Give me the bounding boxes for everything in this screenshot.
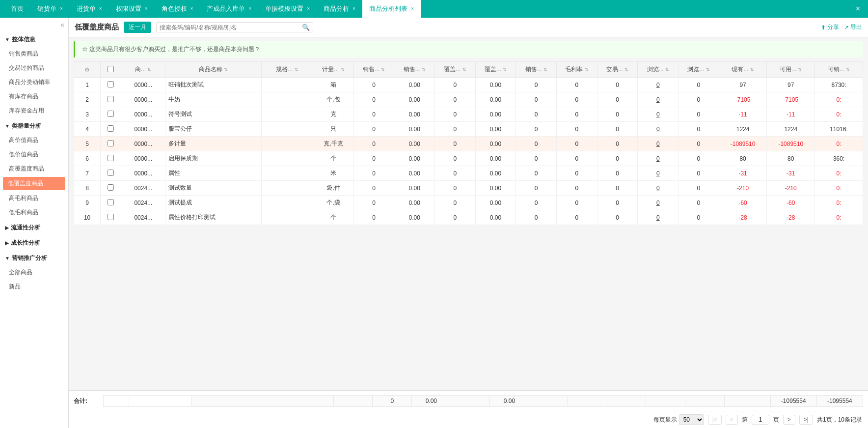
close-icon[interactable]: × [145, 0, 148, 18]
col-header-avail2[interactable]: 可销... ⇅ [815, 62, 863, 78]
browse-link[interactable]: 0 [656, 96, 660, 103]
col-header-cov2[interactable]: 覆盖... ⇅ [475, 62, 516, 78]
row-checkbox[interactable] [108, 81, 114, 87]
nav-tab-permission[interactable]: 权限设置 × [109, 0, 155, 18]
row-checkbox[interactable] [108, 155, 114, 161]
col-header-sales2[interactable]: 销售... ⇅ [394, 62, 435, 78]
close-icon[interactable]: × [353, 0, 355, 18]
share-button[interactable]: ⬆ 分享 [821, 23, 839, 31]
close-icon[interactable]: × [60, 0, 63, 18]
sidebar-item-high-value[interactable]: 高价值商品 [0, 133, 68, 147]
nav-tab-home[interactable]: 首页 [4, 0, 30, 18]
sidebar-item-low-value[interactable]: 低价值商品 [0, 147, 68, 162]
sort-icon: ⇅ [750, 67, 754, 72]
close-icon[interactable]: × [248, 0, 251, 18]
col-header-browse1[interactable]: 浏览... ⇅ [638, 62, 678, 78]
sidebar-section-marketing[interactable]: ▼ 营销推广分析 [0, 250, 68, 265]
col-header-name[interactable]: 商品名称 ⇅ [165, 62, 261, 78]
sort-icon: ⇅ [624, 67, 628, 72]
sidebar-item-high-profit[interactable]: 高毛利商品 [0, 191, 68, 205]
close-icon[interactable]: × [307, 0, 310, 18]
col-header-avail[interactable]: 可用... ⇅ [767, 62, 815, 78]
sidebar-item-inventory-goods[interactable]: 有库存商品 [0, 89, 68, 104]
row-checkbox[interactable] [108, 140, 114, 146]
chevron-down-icon: ▼ [5, 256, 10, 261]
settings-icon[interactable]: ⚙ [84, 66, 90, 73]
sidebar-collapse-button[interactable]: « [0, 18, 68, 31]
select-all-checkbox[interactable] [108, 66, 114, 72]
sidebar-item-low-coverage[interactable]: 低覆盖度商品 [3, 177, 65, 190]
last-page-button[interactable]: >| [799, 415, 813, 425]
col-header-cov1[interactable]: 覆盖... ⇅ [435, 62, 476, 78]
sidebar-item-all-goods[interactable]: 全部商品 [0, 265, 68, 280]
sidebar-item-category-rate[interactable]: 商品分类动销率 [0, 75, 68, 89]
page-number-input[interactable]: 1 [752, 415, 769, 425]
nav-tab-product-in[interactable]: 产成品入库单 × [200, 0, 258, 18]
col-header-tx[interactable]: 交易... ⇅ [597, 62, 638, 78]
row-checkbox[interactable] [108, 125, 114, 132]
close-icon[interactable]: × [411, 0, 414, 18]
browse-link[interactable]: 0 [656, 141, 660, 147]
nav-tab-purchase[interactable]: 进货单 × [70, 0, 109, 18]
nav-tab-template[interactable]: 单据模板设置 × [258, 0, 317, 18]
period-button[interactable]: 近一月 [124, 22, 151, 33]
sidebar-item-inventory-capital[interactable]: 库存资金占用 [0, 104, 68, 118]
sidebar-item-sales-goods[interactable]: 销售类商品 [0, 47, 68, 61]
close-icon[interactable]: × [190, 0, 193, 18]
browse-link[interactable]: 0 [656, 185, 660, 192]
page-title: 低覆盖度商品 [75, 23, 119, 32]
col-header-unit[interactable]: 计量... ⇅ [313, 62, 354, 78]
sidebar-section-cluster[interactable]: ▼ 类群量分析 [0, 118, 68, 133]
col-header-sales1[interactable]: 销售... ⇅ [353, 62, 394, 78]
row-checkbox[interactable] [108, 199, 114, 205]
browse-link[interactable]: 0 [656, 170, 660, 177]
close-all-button[interactable]: × [852, 4, 864, 13]
col-header-sales3[interactable]: 销售... ⇅ [516, 62, 557, 78]
close-icon[interactable]: × [99, 0, 102, 18]
export-icon: ↗ [844, 24, 849, 31]
sort-icon: ⇅ [422, 67, 426, 72]
next-page-button[interactable]: > [783, 415, 795, 425]
sidebar-item-traded-goods[interactable]: 交易过的商品 [0, 61, 68, 75]
row-checkbox[interactable] [108, 170, 114, 176]
table-row: 10 0024... 属性价格打印测试 个 0 0.00 0 0.00 0 0 … [74, 210, 863, 225]
sidebar-item-new-goods[interactable]: 新品 [0, 280, 68, 294]
col-header-gp[interactable]: 毛利率 ⇅ [557, 62, 597, 78]
export-button[interactable]: ↗ 导出 [844, 23, 862, 31]
row-checkbox[interactable] [108, 111, 114, 117]
sort-icon: ⇅ [798, 67, 802, 72]
row-checkbox[interactable] [108, 96, 114, 102]
nav-tab-product-analysis[interactable]: 商品分析 × [317, 0, 362, 18]
sidebar-section-liquidity[interactable]: ▶ 流通性分析 [0, 220, 68, 235]
footer-total-row: 合计: 0 0.00 0.00 [69, 390, 868, 411]
chevron-right-icon: ▶ [5, 240, 9, 246]
first-page-button[interactable]: |< [708, 415, 722, 425]
row-checkbox[interactable] [108, 214, 114, 220]
sort-icon: ⇅ [295, 67, 298, 72]
browse-link[interactable]: 0 [656, 126, 660, 133]
info-banner: ☆ 这类商品只有很少客户购买过，是推广不够，还是商品本身问题？ [74, 41, 863, 57]
row-checkbox[interactable] [108, 184, 114, 191]
search-input[interactable] [160, 24, 300, 31]
nav-tab-product-analysis-list[interactable]: 商品分析列表 × [362, 0, 421, 18]
pagination-bar: 每页显示 20 50 100 |< < 第 1 页 > >| 共1页，10条记录 [69, 411, 868, 428]
share-icon: ⬆ [821, 24, 826, 31]
sidebar-section-overall[interactable]: ▼ 整体信息 [0, 31, 68, 47]
sidebar-item-low-profit[interactable]: 低毛利商品 [0, 205, 68, 220]
browse-link[interactable]: 0 [656, 82, 660, 88]
col-header-browse2[interactable]: 浏览... ⇅ [678, 62, 719, 78]
col-header-spec[interactable]: 规格... ⇅ [261, 62, 313, 78]
browse-link[interactable]: 0 [656, 111, 660, 118]
col-header-id[interactable]: 商... ⇅ [121, 62, 165, 78]
browse-link[interactable]: 0 [656, 200, 660, 206]
sidebar-section-growth[interactable]: ▶ 成长性分析 [0, 235, 68, 250]
browse-link[interactable]: 0 [656, 214, 660, 221]
per-page-select[interactable]: 20 50 100 [679, 414, 704, 425]
col-header-have[interactable]: 现有... ⇅ [719, 62, 767, 78]
prev-page-button[interactable]: < [726, 415, 738, 425]
nav-tab-sales[interactable]: 销货单 × [30, 0, 70, 18]
sidebar-item-high-coverage[interactable]: 高覆盖度商品 [0, 162, 68, 176]
nav-tab-role[interactable]: 角色授权 × [155, 0, 200, 18]
sort-icon: ⇅ [846, 67, 850, 72]
browse-link[interactable]: 0 [656, 155, 660, 162]
